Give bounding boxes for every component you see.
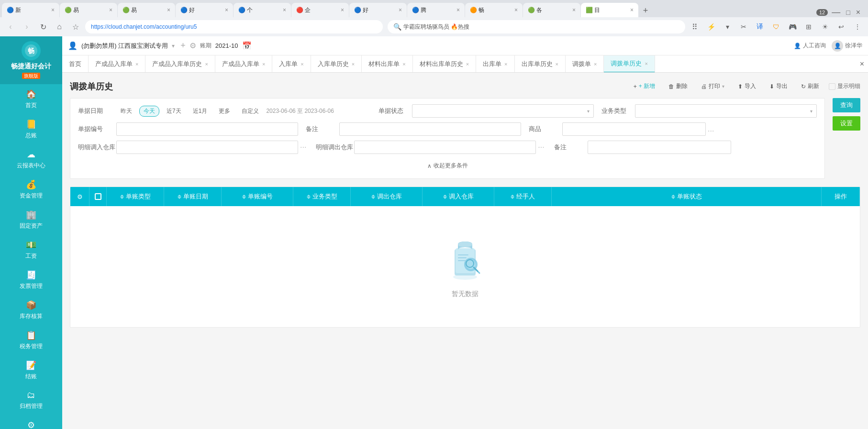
page-tab-out-order[interactable]: 出库单 ×: [476, 55, 514, 73]
page-tab-transfer-hist-close[interactable]: ×: [645, 61, 647, 66]
grid-icon[interactable]: ⊞: [802, 20, 815, 33]
th-settings[interactable]: ⚙: [70, 187, 89, 206]
user-info[interactable]: 👤 徐泽华: [832, 40, 862, 52]
tab-close-11[interactable]: ×: [630, 7, 634, 13]
th-doc-num[interactable]: 单账编号: [222, 187, 293, 206]
page-tab-in-order[interactable]: 入库单 ×: [272, 55, 311, 73]
th-biz-type[interactable]: 业务类型: [293, 187, 351, 206]
tab-close-6[interactable]: ×: [341, 7, 344, 13]
page-tab-out-hist[interactable]: 出库单历史 ×: [515, 55, 566, 73]
window-close-btn[interactable]: ×: [854, 8, 862, 17]
date-btn-more[interactable]: 更多: [214, 106, 234, 117]
detail-out-filter-input[interactable]: [354, 141, 536, 154]
sidebar-item-settings[interactable]: ⚙ 基础设置: [0, 415, 62, 429]
page-tab-in-hist[interactable]: 入库单历史 ×: [311, 55, 362, 73]
page-tab-home[interactable]: 首页: [62, 55, 89, 73]
page-tab-transfer-close[interactable]: ×: [594, 61, 597, 67]
star-button[interactable]: ☆: [69, 20, 82, 33]
th-doc-status[interactable]: 单账状态: [552, 187, 822, 206]
refresh-button[interactable]: ↻: [36, 20, 50, 33]
brightness-icon[interactable]: ☀: [818, 20, 832, 33]
page-tab-out-order-close[interactable]: ×: [504, 61, 507, 67]
home-button[interactable]: ⌂: [53, 20, 66, 33]
tab-close-9[interactable]: ×: [514, 7, 518, 13]
shield-icon[interactable]: 🛡: [769, 20, 783, 33]
scissors-icon[interactable]: ✂: [737, 20, 750, 33]
sidebar-item-ledger[interactable]: 📒 总账: [0, 114, 62, 144]
tab-close-7[interactable]: ×: [399, 7, 402, 13]
game-icon[interactable]: 🎮: [786, 20, 799, 33]
tab-close-5[interactable]: ×: [283, 7, 286, 13]
date-btn-1month[interactable]: 近1月: [189, 106, 212, 117]
address-input[interactable]: https://cloud.chanjet.com/accounting/uru…: [85, 20, 383, 33]
print-button[interactable]: 🖨 打印 ▾: [697, 80, 728, 92]
browser-tab-4[interactable]: 🔵 好 ×: [176, 3, 233, 17]
browser-tab-2[interactable]: 🟢 易 ×: [60, 3, 117, 17]
browser-tab-8[interactable]: 🔵 腾 ×: [407, 3, 465, 17]
display-checkbox[interactable]: [829, 83, 835, 90]
remark-filter-input[interactable]: [339, 122, 521, 136]
sidebar-item-home[interactable]: 🏠 首页: [0, 84, 62, 114]
sidebar-item-inventory[interactable]: 📦 库存核算: [0, 295, 62, 325]
sidebar-item-reports[interactable]: ☁ 云报表中心: [0, 144, 62, 175]
th-handler[interactable]: 经手人: [494, 187, 552, 206]
extensions-icon[interactable]: ⠿: [688, 20, 701, 33]
new-tab-button[interactable]: +: [639, 4, 652, 17]
page-tab-transfer-hist[interactable]: 调拨单历史 ×: [604, 55, 655, 73]
delete-button[interactable]: 🗑 删除: [665, 80, 691, 92]
tab-close-4[interactable]: ×: [225, 7, 228, 13]
biz-type-filter-select[interactable]: ▾: [635, 104, 817, 118]
browser-tab-1[interactable]: 🔵 新 ×: [2, 3, 59, 17]
import-button[interactable]: ⬆ 导入: [734, 80, 760, 92]
calendar-icon[interactable]: 📅: [242, 41, 252, 50]
sidebar-item-archive[interactable]: 🗂 归档管理: [0, 385, 62, 415]
browser-tab-9[interactable]: 🟠 畅 ×: [465, 3, 523, 17]
window-maximize-btn[interactable]: □: [844, 9, 852, 16]
page-tab-in-order-close[interactable]: ×: [300, 61, 303, 67]
export-button[interactable]: ⬇ 导出: [766, 80, 791, 92]
tab-close-8[interactable]: ×: [456, 7, 460, 13]
tab-close-3[interactable]: ×: [167, 7, 170, 13]
sidebar-item-payroll[interactable]: 💵 工资: [0, 235, 62, 265]
refresh-action-button[interactable]: ↻ 刷新: [797, 80, 823, 92]
browser-tab-6[interactable]: 🔴 企 ×: [291, 3, 349, 17]
sidebar-item-closing[interactable]: 📝 结账: [0, 355, 62, 385]
company-dropdown-icon[interactable]: ▾: [172, 43, 175, 49]
page-tabs-close-btn[interactable]: ×: [856, 60, 868, 68]
tab-close-1[interactable]: ×: [51, 7, 55, 13]
page-tab-out-hist-close[interactable]: ×: [556, 61, 558, 67]
docnum-filter-input[interactable]: [116, 122, 298, 136]
browser-tab-7[interactable]: 🔵 好 ×: [349, 3, 407, 17]
service-button[interactable]: 👤 人工咨询: [794, 42, 826, 50]
lightning-icon[interactable]: ⚡: [704, 20, 718, 33]
sidebar-item-invoice[interactable]: 🧾 发票管理: [0, 265, 62, 295]
page-tab-product-in2[interactable]: 产成品入库单 ×: [215, 55, 272, 73]
page-tab-product-in-close[interactable]: ×: [135, 61, 138, 67]
page-tab-in-hist-close[interactable]: ×: [352, 61, 355, 67]
goods-filter-input[interactable]: [562, 122, 706, 136]
sidebar-item-capital[interactable]: 💰 资金管理: [0, 175, 62, 205]
new-button[interactable]: + + 新增: [630, 80, 659, 92]
th-doc-type[interactable]: 单账类型: [107, 187, 164, 206]
dropdown-button[interactable]: ▾: [721, 20, 734, 33]
page-tab-product-in-hist-close[interactable]: ×: [205, 61, 208, 67]
sidebar-item-fixed-assets[interactable]: 🏢 固定资产: [0, 205, 62, 235]
detail-out-dots-btn[interactable]: ···: [536, 143, 546, 152]
page-tab-material-out-close[interactable]: ×: [402, 61, 405, 67]
browser-tab-10[interactable]: 🟢 各 ×: [523, 3, 580, 17]
browser-tab-3[interactable]: 🟢 易 ×: [118, 3, 175, 17]
date-btn-today[interactable]: 今天: [139, 106, 159, 117]
forward-button[interactable]: ›: [20, 20, 33, 33]
page-tab-product-in[interactable]: 产成品入库单 ×: [89, 55, 145, 73]
page-tab-product-in2-close[interactable]: ×: [262, 61, 265, 67]
th-checkbox[interactable]: [89, 187, 107, 206]
header-checkbox[interactable]: [95, 193, 101, 200]
page-tab-material-out-hist-close[interactable]: ×: [466, 61, 469, 67]
undo-icon[interactable]: ↩: [835, 20, 848, 33]
detail-in-filter-input[interactable]: [116, 141, 298, 154]
collapse-button[interactable]: ∧ 收起更多条件: [78, 159, 817, 173]
th-out-warehouse[interactable]: 调出仓库: [351, 187, 423, 206]
menu-icon[interactable]: ⋮: [851, 20, 864, 33]
page-tab-transfer[interactable]: 调拨单 ×: [566, 55, 604, 73]
th-doc-date[interactable]: 单账日期: [164, 187, 222, 206]
